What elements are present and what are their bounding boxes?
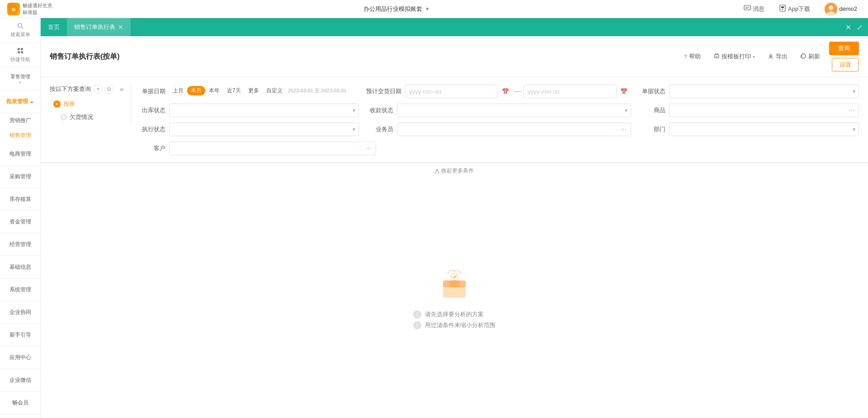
help-button[interactable]: ? 帮助	[680, 51, 704, 62]
sidebar-wholesale-label: 批发管理	[6, 98, 28, 105]
scheme-edit-icon[interactable]: ⊙	[104, 85, 113, 94]
filter-panel: 按以下方案查询 + ⊙ « 按单	[41, 77, 868, 163]
sidebar-item-operations[interactable]: 经营管理	[0, 233, 40, 256]
filter-row-1: 单据日期 上月 本月 本年 近7天 更多 自定义	[138, 85, 859, 98]
customer-dots-icon[interactable]: ···	[364, 144, 373, 152]
svg-point-9	[18, 24, 22, 28]
date-tab-last-month[interactable]: 上月	[169, 86, 187, 95]
date-tab-this-month[interactable]: 本月	[187, 86, 205, 95]
sidebar-item-wechat[interactable]: 企业微信	[0, 369, 40, 392]
export-button[interactable]: 导出	[764, 51, 791, 62]
page-title: 销售订单执行表(按单)	[50, 52, 120, 62]
date-separator: —	[514, 87, 522, 95]
sidebar-item-guide[interactable]: 新手引导	[0, 324, 40, 347]
sidebar-item-retail[interactable]: 零售管理 ▼	[0, 68, 40, 90]
logo-icon: 畅	[7, 3, 20, 15]
sidebar-item-purchase[interactable]: 采购管理	[0, 166, 40, 188]
right-panel-actions: 查询 设置	[829, 42, 859, 71]
filter-bill-date: 单据日期 上月 本月 本年 近7天 更多 自定义	[138, 86, 359, 97]
collapse-row[interactable]: ⋀ 收起更多条件	[41, 163, 868, 178]
sidebar-search[interactable]: 搜索菜单	[0, 18, 40, 43]
svg-point-18	[56, 103, 58, 105]
collection-status-select[interactable]	[397, 104, 631, 117]
app-download-button[interactable]: App下载	[775, 3, 814, 15]
scheme-item-single[interactable]: 按单	[50, 97, 123, 111]
window-maximize-button[interactable]: ⤢	[855, 21, 864, 33]
sidebar-finance-label: 资金管理	[9, 218, 31, 226]
refresh-button[interactable]: 刷新	[797, 51, 824, 62]
svg-point-23	[451, 273, 458, 280]
sidebar-quick-nav-label: 快捷导航	[10, 56, 30, 63]
exec-status-select[interactable]	[169, 123, 359, 136]
expected-date-end[interactable]	[524, 85, 617, 98]
empty-hint-2: 2 用过滤条件来缩小分析范围	[413, 321, 495, 329]
sidebar-collab-label: 企业协同	[9, 309, 31, 316]
scheme-active-icon	[53, 100, 61, 108]
top-header: 畅 畅捷通好生意 标准版 办公用品行业模拟账套 ▾ 消息 App下载	[0, 0, 868, 18]
sidebar-item-wholesale[interactable]: 批发管理 ▲	[0, 90, 40, 113]
sidebar-item-member[interactable]: 畅会员	[0, 392, 40, 414]
sidebar-item-collab[interactable]: 企业协同	[0, 301, 40, 324]
tab-close-icon[interactable]: ✕	[118, 24, 123, 31]
filter-left: 按以下方案查询 + ⊙ « 按单	[50, 85, 131, 124]
scheme-header: 按以下方案查询 + ⊙ «	[50, 85, 123, 94]
sidebar-item-ecommerce[interactable]: 电商管理	[0, 143, 40, 166]
svg-rect-13	[18, 51, 20, 53]
expected-date-start-wrapper: 📅	[405, 85, 513, 98]
svg-rect-2	[744, 5, 750, 10]
sidebar-item-system[interactable]: 系统管理	[0, 279, 40, 301]
sidebar-item-inventory[interactable]: 库存核算	[0, 188, 40, 211]
print-label: 按模板打印	[722, 52, 751, 61]
sidebar-base-label: 基础信息	[9, 263, 31, 271]
hint-num-2: 2	[413, 321, 421, 329]
scheme-item-shortage[interactable]: 欠货情况	[50, 111, 123, 124]
expected-date-start[interactable]	[405, 85, 498, 98]
salesman-input[interactable]	[397, 123, 631, 136]
filter-salesman: 业务员 ···	[366, 123, 631, 136]
customer-wrapper: ···	[169, 142, 376, 155]
print-button[interactable]: 按模板打印 ▾	[710, 51, 759, 62]
main-layout: 搜索菜单 快捷导航 零售管理 ▼ 批发管理 ▲ 营销推广 销售管理 电商管理 采…	[0, 18, 868, 418]
date-tab-custom[interactable]: 自定义	[263, 86, 286, 95]
bill-date-label: 单据日期	[138, 87, 165, 95]
filter-row-2: 出库状态 ▾ 收款状态	[138, 104, 859, 117]
out-status-select[interactable]	[169, 104, 359, 117]
sidebar-quick-nav[interactable]: 快捷导航	[0, 43, 40, 68]
svg-point-19	[62, 115, 66, 119]
date-tab-7days[interactable]: 近7天	[223, 86, 245, 95]
message-button[interactable]: 消息	[740, 3, 768, 15]
customer-input[interactable]	[169, 142, 376, 155]
bill-status-select[interactable]	[669, 85, 859, 98]
workspace-selector[interactable]: 办公用品行业模拟账套 ▾	[363, 5, 429, 13]
sidebar-sub-marketing[interactable]: 营销推广	[0, 113, 40, 128]
product-input[interactable]	[669, 104, 859, 117]
scheme-collapse-icon[interactable]: «	[120, 86, 123, 93]
salesman-dots-icon[interactable]: ···	[619, 125, 628, 133]
salesman-label: 业务员	[366, 125, 393, 133]
export-label: 导出	[776, 52, 788, 61]
set-button[interactable]: 设置	[832, 58, 859, 71]
filter-customer: 客户 ···	[138, 142, 376, 155]
sidebar-item-base[interactable]: 基础信息	[0, 256, 40, 279]
query-button[interactable]: 查询	[829, 42, 859, 55]
date-tab-more[interactable]: 更多	[245, 86, 263, 95]
window-close-button[interactable]: ✕	[844, 21, 853, 33]
exec-status-wrapper: ▾	[169, 123, 359, 136]
dept-select[interactable]	[669, 123, 859, 136]
sidebar-item-finance[interactable]: 资金管理	[0, 211, 40, 233]
sidebar-item-appcenter[interactable]: 应用中心	[0, 347, 40, 369]
tab-sales-exec[interactable]: 销售订单执行表 ✕	[67, 18, 131, 36]
sidebar-sub-sales[interactable]: 销售管理	[0, 128, 40, 143]
date-tab-this-year[interactable]: 本年	[205, 86, 223, 95]
tab-sales-exec-label: 销售订单执行表	[74, 23, 115, 31]
user-profile[interactable]: demo2	[821, 1, 861, 17]
scheme-add-icon[interactable]: +	[94, 85, 103, 94]
dept-wrapper: ▾	[669, 123, 859, 136]
collection-status-label: 收款状态	[366, 106, 393, 114]
filter-expected-date: 预计交货日期 📅 —	[366, 85, 631, 98]
tab-home[interactable]: 首页	[41, 18, 67, 36]
header-left: 畅 畅捷通好生意 标准版	[7, 2, 52, 15]
sidebar-inventory-label: 库存核算	[9, 195, 31, 203]
product-dots-icon[interactable]: ···	[847, 106, 856, 114]
sidebar-search-label: 搜索菜单	[10, 31, 30, 38]
